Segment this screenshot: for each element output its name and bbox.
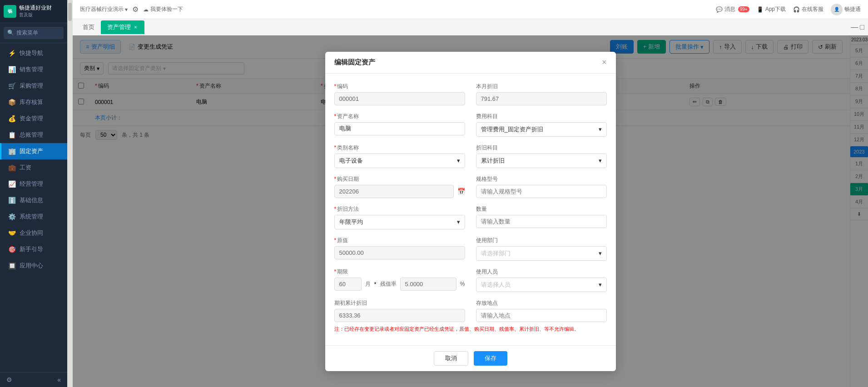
form-group-category: * 类别名称 电子设备 ▾ xyxy=(334,144,465,168)
monthly-dep-input[interactable] xyxy=(476,92,607,105)
purchase-date-input[interactable] xyxy=(334,185,454,198)
purchase-date-row: 📅 xyxy=(334,185,465,198)
residual-rate-input[interactable] xyxy=(400,278,456,291)
settings-button[interactable]: ⚙ xyxy=(6,376,12,383)
edit-modal: 编辑固定资产 × * 编码 xyxy=(325,52,616,371)
sidebar-item-app-center[interactable]: 🔲 应用中心 xyxy=(0,258,67,274)
sidebar-item-ledger[interactable]: 📋 总账管理 xyxy=(0,127,67,143)
tab-minimize-button[interactable]: — xyxy=(851,23,858,31)
location-input[interactable] xyxy=(476,309,607,322)
spec-input[interactable] xyxy=(476,185,607,198)
calendar-icon[interactable]: 📅 xyxy=(457,188,465,195)
expense-subject-value: 管理费用_固定资产折旧 xyxy=(481,125,543,134)
code-label: * 编码 xyxy=(334,83,465,90)
sidebar-item-guide[interactable]: 🎯 新手引导 xyxy=(0,241,67,258)
asset-name-input[interactable] xyxy=(334,122,465,135)
online-service-item[interactable]: 🎧 在线客服 xyxy=(793,5,823,13)
expense-subject-select[interactable]: 管理费用_固定资产折旧 ▾ xyxy=(476,122,607,137)
experience-button[interactable]: ☁ 我要体验一下 xyxy=(143,5,183,13)
period-unit: 月 xyxy=(365,280,371,288)
chevron-down-icon: ▾ xyxy=(125,6,128,13)
search-menu-button[interactable]: 🔍 搜索菜单 xyxy=(4,27,64,39)
tab-controls: — □ xyxy=(851,23,864,31)
department-label: 使用部门 xyxy=(476,237,607,244)
content-area: ≡ 资产明细 📄 变更生成凭证 刘账 + 新增 批量操作 ▾ xyxy=(73,35,868,387)
cancel-button[interactable]: 取消 xyxy=(434,351,468,366)
collapse-button[interactable]: « xyxy=(57,376,61,383)
app-download-label: App下载 xyxy=(765,5,786,13)
user-field-label: 使用人员 xyxy=(476,268,607,276)
inventory-icon: 📦 xyxy=(8,98,16,106)
system-icon: ⚙️ xyxy=(8,213,16,221)
sidebar-item-inventory[interactable]: 📦 库存核算 xyxy=(0,94,67,110)
sidebar-search-area[interactable]: 🔍 搜索菜单 xyxy=(0,23,67,43)
form-group-expense-subject: 费用科目 管理费用_固定资产折旧 ▾ xyxy=(476,113,607,137)
company-name: 医疗器械行业演示 xyxy=(80,5,124,13)
code-input[interactable] xyxy=(334,92,465,105)
sidebar-item-fixed-assets[interactable]: 🏢 固定资产 xyxy=(0,143,67,159)
dep-subject-label: 折旧科目 xyxy=(476,144,607,152)
initial-dep-input[interactable] xyxy=(334,309,465,322)
sidebar-item-quick-nav[interactable]: ⚡ 快捷导航 xyxy=(0,45,67,61)
purchase-date-label: * 购买日期 xyxy=(334,175,465,183)
form-group-dep-method: * 折旧方法 年限平均 ▾ xyxy=(334,205,465,229)
residual-rate-unit: % xyxy=(460,281,465,287)
company-selector[interactable]: 医疗器械行业演示 ▾ xyxy=(80,5,128,13)
quantity-input[interactable] xyxy=(476,215,607,228)
form-group-purchase-date: * 购买日期 📅 xyxy=(334,175,465,198)
dep-subject-value: 累计折旧 xyxy=(481,157,505,165)
modal-close-button[interactable]: × xyxy=(602,58,607,66)
sidebar-item-operations[interactable]: 📈 经营管理 xyxy=(0,176,67,192)
topbar-right: 💬 消息 99+ 📱 App下载 🎧 在线客服 👤 畅捷通 xyxy=(716,4,861,15)
save-button[interactable]: 保存 xyxy=(474,351,507,366)
message-icon: 💬 xyxy=(716,6,723,13)
category-select[interactable]: 电子设备 ▾ xyxy=(334,154,465,168)
dep-subject-select[interactable]: 累计折旧 ▾ xyxy=(476,154,607,168)
original-value-label: * 原值 xyxy=(334,237,465,244)
message-label: 消息 xyxy=(724,5,735,13)
form-group-period: * 期限 月 * 残值率 % xyxy=(334,268,465,292)
tab-home-label: 首页 xyxy=(83,23,94,31)
payroll-icon: 💼 xyxy=(8,164,16,172)
sidebar-item-base-info[interactable]: ℹ️ 基础信息 xyxy=(0,192,67,208)
form-group-spec: 规格型号 xyxy=(476,175,607,198)
chevron-down-icon: ▾ xyxy=(457,157,460,164)
form-group-user: 使用人员 请选择人员 ▾ xyxy=(476,268,607,292)
category-name-label: * 类别名称 xyxy=(334,144,465,152)
message-item[interactable]: 💬 消息 99+ xyxy=(716,5,749,13)
sidebar-item-payroll[interactable]: 💼 工资 xyxy=(0,159,67,176)
modal-title: 编辑固定资产 xyxy=(334,58,375,67)
cloud-icon: ☁ xyxy=(143,6,149,13)
sidebar-item-purchase[interactable]: 🛒 采购管理 xyxy=(0,78,67,94)
period-input[interactable] xyxy=(334,278,362,291)
scroll-thumb[interactable] xyxy=(68,3,72,21)
original-value-input[interactable] xyxy=(334,246,465,259)
search-label: 搜索菜单 xyxy=(16,29,38,37)
dep-method-label: * 折旧方法 xyxy=(334,205,465,213)
app-edition: 普及版 xyxy=(19,12,52,18)
tab-asset-management[interactable]: 资产管理 × xyxy=(101,20,144,34)
settings-gear-button[interactable]: ⚙ xyxy=(132,5,139,14)
scroll-track[interactable] xyxy=(67,0,73,387)
department-select[interactable]: 请选择部门 ▾ xyxy=(476,246,607,261)
tab-close-button[interactable]: × xyxy=(133,24,138,30)
form-group-location: 存放地点 xyxy=(476,299,607,322)
tab-home[interactable]: 首页 xyxy=(76,20,101,34)
sidebar-item-funds[interactable]: 💰 资金管理 xyxy=(0,110,67,127)
sidebar-item-sales[interactable]: 📊 销售管理 xyxy=(0,61,67,78)
category-value: 电子设备 xyxy=(339,157,363,165)
user-select[interactable]: 请选择人员 ▾ xyxy=(476,278,607,292)
app-download-item[interactable]: 📱 App下载 xyxy=(757,5,786,13)
form-group-original-value: * 原值 xyxy=(334,237,465,261)
chevron-down-icon: ▾ xyxy=(599,250,602,257)
modal-footer: 取消 保存 xyxy=(325,345,616,371)
tab-maximize-button[interactable]: □ xyxy=(860,23,864,31)
sidebar-item-enterprise[interactable]: 🤝 企业协同 xyxy=(0,225,67,241)
user-item[interactable]: 👤 畅捷通 xyxy=(831,4,861,15)
guide-label: 新手引导 xyxy=(20,245,43,253)
dep-method-select[interactable]: 年限平均 ▾ xyxy=(334,215,465,229)
enterprise-label: 企业协同 xyxy=(20,229,43,237)
quick-nav-label: 快捷导航 xyxy=(20,49,43,57)
sidebar-item-system[interactable]: ⚙️ 系统管理 xyxy=(0,208,67,225)
purchase-label: 采购管理 xyxy=(20,82,43,90)
